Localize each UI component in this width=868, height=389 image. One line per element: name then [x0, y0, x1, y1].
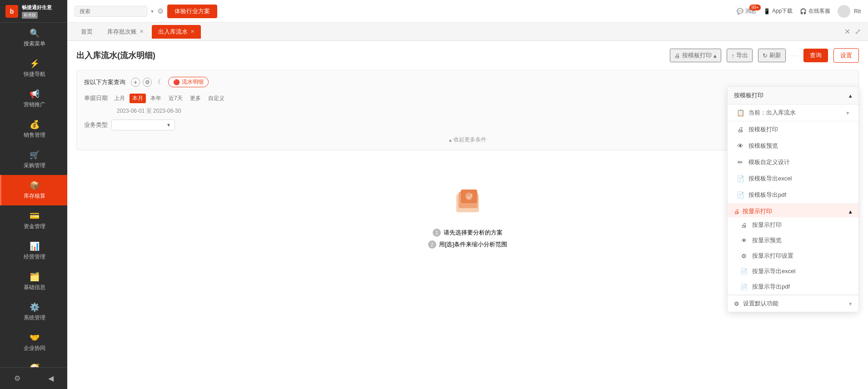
tab-close-batch-account[interactable]: ✕	[140, 29, 144, 35]
sidebar-label-finance: 资金管理	[24, 223, 45, 230]
step-2-text: 用[选]条件来缩小分析范围	[439, 240, 507, 249]
s2-label-display-preview: 按显示预览	[752, 236, 782, 244]
message-btn[interactable]: 💬 消息 99+	[737, 7, 756, 15]
step-1-text: 请先选择要分析的方案	[444, 229, 503, 237]
filter-setting-btn[interactable]: ⚙	[143, 78, 152, 87]
settings-icon[interactable]: ⚙	[157, 7, 164, 15]
sidebar-item-search[interactable]: 🔍搜索菜单	[0, 23, 67, 53]
sidebar-item-cooperation[interactable]: 🤝企业协同	[0, 327, 67, 358]
logo-name: 畅捷通好生意	[22, 4, 52, 11]
filter-collapse-btn[interactable]: 《	[155, 78, 161, 86]
tab-home[interactable]: 首页	[75, 25, 99, 39]
sidebar-item-operations[interactable]: 📊经营管理	[0, 236, 67, 266]
dropdown-s1-template-export-pdf[interactable]: 📄按模板导出pdf	[728, 187, 858, 203]
collapse-sidebar-icon[interactable]: ◀	[45, 372, 57, 384]
sidebar-item-inventory[interactable]: 📦库存核算	[0, 175, 67, 205]
dropdown-s2-display-export-pdf[interactable]: 📄按显示导出pdf	[728, 279, 858, 294]
expand-window-icon[interactable]: ⤢	[855, 27, 861, 36]
printer-icon: 🖨	[674, 52, 680, 59]
sidebar-item-purchase[interactable]: 🛒采购管理	[0, 145, 67, 175]
search-dropdown-icon[interactable]: ▾	[151, 8, 154, 15]
sidebar-item-guide[interactable]: 🧭新手引导	[0, 358, 67, 367]
sidebar-item-basic[interactable]: 🗂️基础信息	[0, 266, 67, 297]
dropdown-header-arrow[interactable]: ▴	[849, 92, 852, 99]
close-window-icon[interactable]: ✕	[844, 27, 850, 36]
date-tab-more[interactable]: 更多	[187, 94, 204, 103]
business-type-label: 业务类型	[84, 121, 108, 129]
export-btn[interactable]: ↑ 导出	[727, 49, 753, 62]
date-tab-recent-7[interactable]: 近7天	[166, 94, 185, 103]
dropdown-s1-template-custom[interactable]: ✏模板自定义设计	[728, 154, 858, 170]
filter-tag[interactable]: 🔴 流水明细	[168, 77, 209, 87]
sidebar-label-quick-nav: 快捷导航	[24, 70, 45, 78]
sidebar-label-basic: 基础信息	[24, 284, 45, 291]
date-tab-custom[interactable]: 自定义	[205, 94, 227, 103]
date-tab-last-month[interactable]: 上月	[111, 94, 128, 103]
s2-label-display-print: 按显示打印	[752, 221, 782, 229]
sidebar-label-inventory: 库存核算	[24, 192, 45, 200]
date-tabs: 上月本月本年近7天更多自定义	[111, 94, 227, 103]
refresh-icon: ↻	[763, 52, 768, 59]
filter-tag-icon: 🔴	[173, 79, 180, 85]
footer-icon: ⚙	[734, 300, 739, 307]
sidebar-item-sales[interactable]: 💰销售管理	[0, 114, 67, 145]
main-area: ▾ ⚙ 体验行业方案 💬 消息 99+ 📱 App下载 🎧 在线客服 Rit	[67, 0, 868, 389]
sidebar-item-finance[interactable]: 💳资金管理	[0, 205, 67, 236]
sidebar-item-quick-nav[interactable]: ⚡快捷导航	[0, 53, 67, 84]
service-btn[interactable]: 🎧 在线客服	[800, 7, 830, 15]
dropdown-panel: 按模板打印 ▴ 📋 当前：出入库流水 ▾ 🖨按模板打印👁按模板预览✏模板自定义设…	[727, 86, 859, 312]
refresh-label: 刷新	[769, 51, 781, 60]
s1-icon-template-export-pdf: 📄	[737, 191, 744, 199]
trial-btn[interactable]: 体验行业方案	[167, 5, 217, 18]
collapse-label: 收起更多条件	[454, 136, 486, 144]
dropdown-s1-template-print[interactable]: 🖨按模板打印	[728, 121, 858, 138]
dropdown-s2-display-print[interactable]: 🖨按显示打印	[728, 217, 858, 233]
message-badge: 99+	[749, 5, 761, 10]
s1-icon-template-export-excel: 📄	[737, 175, 744, 182]
sidebar-item-marketing[interactable]: 📢营销推广	[0, 84, 67, 114]
query-btn[interactable]: 查询	[803, 49, 828, 62]
sidebar-item-system[interactable]: ⚙️系统管理	[0, 297, 67, 327]
section2-header-text: 🖨 按显示打印	[734, 207, 772, 215]
sidebar-icon-sales: 💰	[30, 120, 40, 130]
date-tab-current-year[interactable]: 本年	[148, 94, 164, 103]
app-download-btn[interactable]: 📱 App下载	[763, 7, 793, 15]
refresh-btn[interactable]: ↻ 刷新	[758, 49, 786, 62]
tab-close-inout-flow[interactable]: ✕	[190, 29, 195, 35]
current-item-arrow: ▾	[846, 110, 849, 116]
dropdown-current-item[interactable]: 📋 当前：出入库流水 ▾	[728, 105, 858, 121]
window-actions: ✕ ⤢	[840, 27, 861, 36]
dropdown-s2-display-print-settings[interactable]: ⚙按显示打印设置	[728, 248, 858, 264]
page-actions: 🖨 按模板打印 ▴ ↑ 导出 ↻ 刷新 ··· 查询 设置	[670, 48, 859, 63]
filter-label: 按以下方案查询	[84, 78, 125, 86]
s1-label-template-export-excel: 按模板导出excel	[748, 175, 792, 183]
template-print-btn[interactable]: 🖨 按模板打印 ▴	[670, 49, 721, 62]
dropdown-s1-template-preview[interactable]: 👁按模板预览	[728, 138, 858, 154]
dropdown-s2-display-preview[interactable]: 👁按显示预览	[728, 233, 858, 248]
section2-arrow[interactable]: ▴	[849, 208, 852, 215]
settings-btn[interactable]: 设置	[833, 48, 859, 63]
topbar: ▾ ⚙ 体验行业方案 💬 消息 99+ 📱 App下载 🎧 在线客服 Rit	[67, 0, 868, 23]
dropdown-s1-template-export-excel[interactable]: 📄按模板导出excel	[728, 170, 858, 187]
s1-label-template-preview: 按模板预览	[748, 142, 778, 150]
footer-label: 设置默认功能	[743, 299, 778, 308]
s1-icon-template-print: 🖨	[737, 126, 744, 133]
filter-tag-label: 流水明细	[182, 78, 204, 86]
tab-inout-flow[interactable]: 出入库流水✕	[152, 25, 201, 39]
sidebar-label-purchase: 采购管理	[24, 162, 45, 170]
s1-icon-template-preview: 👁	[737, 142, 744, 150]
tab-batch-account[interactable]: 库存批次账✕	[101, 25, 150, 39]
settings-icon[interactable]: ⚙	[10, 372, 24, 384]
business-type-select[interactable]: ▾	[111, 120, 175, 130]
filter-add-btn[interactable]: +	[131, 78, 140, 87]
logo-badge: 标准版	[22, 12, 38, 19]
date-tab-current-month[interactable]: 本月	[130, 94, 146, 103]
user-name: Rit	[854, 8, 861, 15]
sidebar-icon-basic: 🗂️	[30, 272, 40, 282]
dropdown-s2-display-export-excel[interactable]: 📄按显示导出excel	[728, 264, 858, 279]
search-input[interactable]	[75, 6, 147, 17]
user-avatar-area[interactable]: Rit	[838, 5, 861, 18]
dropdown-footer[interactable]: ⚙ 设置默认功能 ▾	[728, 295, 858, 312]
tab-label-batch-account: 库存批次账	[107, 28, 137, 36]
sidebar-icon-finance: 💳	[30, 211, 40, 221]
